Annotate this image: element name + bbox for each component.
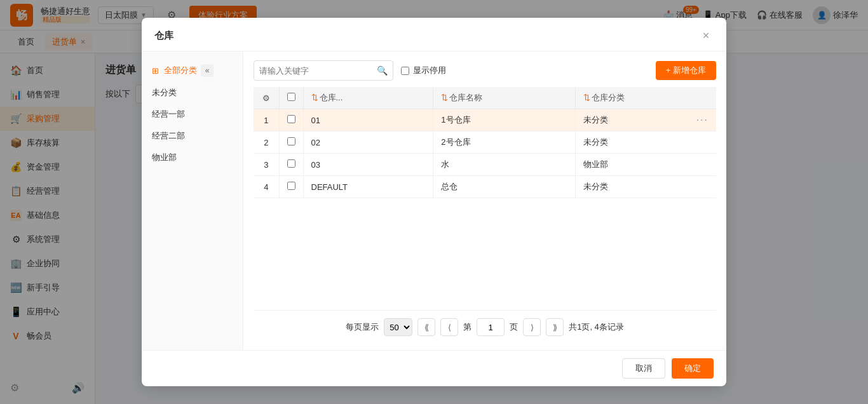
add-warehouse-button[interactable]: + 新增仓库 [656, 61, 716, 80]
row-num: 3 [254, 154, 279, 176]
per-page-select[interactable]: 50 [384, 318, 412, 336]
page-number-input[interactable] [477, 318, 505, 336]
row-id: 03 [303, 154, 433, 176]
warehouse-table: ⚙ ⇅仓库... ⇅仓库名称 ⇅仓库分类 1 01 [254, 87, 716, 198]
warehouse-dialog: 仓库 × ⊞ 全部分类 « 未分类 经营一部 经营二部 [142, 18, 726, 386]
table-row[interactable]: 4 DEFAULT 总仓 未分类 [254, 176, 716, 198]
row-checkbox[interactable] [279, 154, 303, 176]
dialog-header: 仓库 × [142, 18, 726, 51]
col-header-category: ⇅仓库分类 [575, 87, 716, 109]
sort-icon-category: ⇅ [583, 93, 590, 102]
row-name: 2号仓库 [433, 131, 575, 154]
search-icon[interactable]: 🔍 [377, 65, 388, 76]
dialog-sidebar-item-property[interactable]: 物业部 [142, 147, 243, 168]
table-row[interactable]: 3 03 水 物业部 [254, 154, 716, 176]
row-id: 01 [303, 109, 433, 131]
dialog-toolbar: 🔍 显示停用 + 新增仓库 [254, 60, 716, 81]
dialog-sidebar-all-category[interactable]: ⊞ 全部分类 « [142, 59, 243, 82]
col-header-name: ⇅仓库名称 [433, 87, 575, 109]
row-checkbox[interactable] [279, 109, 303, 131]
row-category: 未分类 [575, 131, 716, 154]
dialog-title: 仓库 [154, 30, 173, 42]
dialog-sidebar-item-ops2[interactable]: 经营二部 [142, 125, 243, 147]
search-box: 🔍 [254, 60, 393, 81]
row-name: 总仓 [433, 176, 575, 198]
col-header-checkbox [279, 87, 303, 109]
dialog-sidebar: ⊞ 全部分类 « 未分类 经营一部 经营二部 物业部 [142, 51, 243, 350]
dialog-body: ⊞ 全部分类 « 未分类 经营一部 经营二部 物业部 [142, 51, 726, 350]
dialog-sidebar-item-uncategorized[interactable]: 未分类 [142, 82, 243, 104]
first-page-button[interactable]: ⟪ [417, 318, 435, 336]
row-num: 4 [254, 176, 279, 198]
grid-icon: ⊞ [152, 66, 159, 76]
row-checkbox[interactable] [279, 176, 303, 198]
dialog-footer: 取消 确定 [142, 350, 726, 386]
dialog-close-button[interactable]: × [698, 28, 714, 43]
col-header-gear: ⚙ [254, 87, 279, 109]
confirm-button[interactable]: 确定 [672, 358, 714, 379]
warehouse-table-wrap: ⚙ ⇅仓库... ⇅仓库名称 ⇅仓库分类 1 01 [254, 87, 716, 307]
row-category: 未分类··· [576, 109, 717, 131]
table-row[interactable]: 2 02 2号仓库 未分类 [254, 131, 716, 154]
show-disabled-checkbox[interactable] [401, 67, 409, 75]
prev-page-button[interactable]: ⟨ [440, 318, 458, 336]
row-category: 未分类 [575, 176, 716, 198]
sort-icon-id: ⇅ [311, 93, 318, 102]
pagination: 每页显示 50 ⟪ ⟨ 第 页 ⟩ ⟫ 共1页, 4条记录 [254, 310, 716, 341]
col-header-id: ⇅仓库... [303, 87, 433, 109]
row-checkbox[interactable] [279, 131, 303, 154]
row-name: 1号仓库 [433, 109, 575, 131]
row-num: 2 [254, 131, 279, 154]
row-id: DEFAULT [303, 176, 433, 198]
table-header-row: ⚙ ⇅仓库... ⇅仓库名称 ⇅仓库分类 [254, 87, 716, 109]
show-disabled-checkbox-label[interactable]: 显示停用 [401, 65, 446, 76]
search-input[interactable] [259, 66, 377, 76]
next-page-button[interactable]: ⟩ [523, 318, 541, 336]
row-category: 物业部 [575, 154, 716, 176]
cancel-button[interactable]: 取消 [622, 358, 665, 379]
row-id: 02 [303, 131, 433, 154]
row-name: 水 [433, 154, 575, 176]
collapse-button[interactable]: « [201, 64, 214, 77]
row-num: 1 [254, 109, 279, 131]
modal-overlay: 仓库 × ⊞ 全部分类 « 未分类 经营一部 经营二部 [0, 0, 868, 404]
dialog-sidebar-item-ops1[interactable]: 经营一部 [142, 104, 243, 125]
row-actions-icon[interactable]: ··· [696, 114, 709, 126]
table-row[interactable]: 1 01 1号仓库 未分类··· [254, 109, 716, 131]
dialog-main-content: 🔍 显示停用 + 新增仓库 ⚙ [243, 51, 726, 350]
sort-icon-name: ⇅ [441, 93, 448, 102]
select-all-checkbox[interactable] [287, 93, 295, 101]
last-page-button[interactable]: ⟫ [546, 318, 564, 336]
